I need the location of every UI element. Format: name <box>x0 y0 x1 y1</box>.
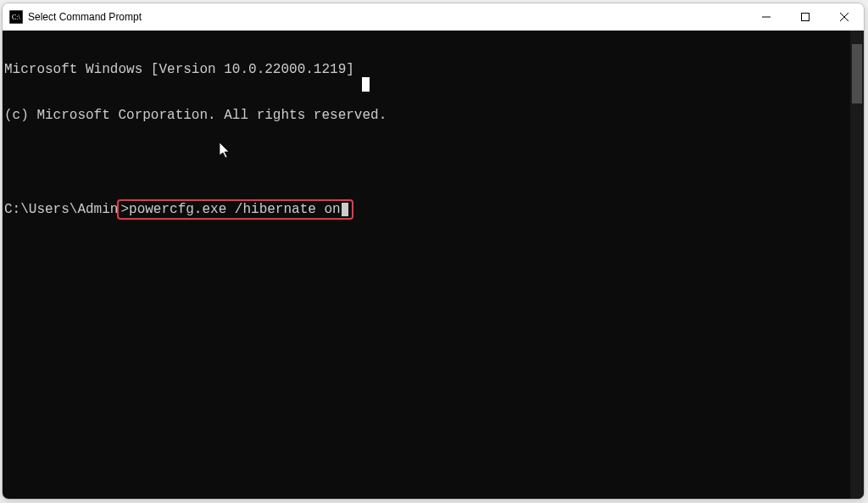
cmd-icon: C:\ <box>9 10 23 24</box>
maximize-icon <box>801 13 810 21</box>
terminal-line-2: (c) Microsoft Corporation. All rights re… <box>4 108 862 123</box>
command-prompt-window: C:\ Select Command Prompt <box>2 3 865 500</box>
terminal-prompt-line: C:\Users\Admin>powercfg.exe /hibernate o… <box>4 199 862 220</box>
window-title: Select Command Prompt <box>28 11 747 23</box>
scrollbar-track[interactable] <box>850 31 864 499</box>
typed-command: powercfg.exe /hibernate on <box>129 202 341 217</box>
titlebar[interactable]: C:\ Select Command Prompt <box>3 3 864 31</box>
scrollbar-thumb[interactable] <box>852 44 862 103</box>
svg-rect-4 <box>802 14 810 21</box>
window-controls <box>747 3 864 31</box>
svg-text:C:\: C:\ <box>12 14 21 21</box>
terminal-blank-line <box>4 154 862 169</box>
close-button[interactable] <box>825 3 864 31</box>
prompt-char: > <box>120 202 129 217</box>
selection-cursor <box>362 77 370 92</box>
minimize-button[interactable] <box>747 3 786 31</box>
prompt-path: C:\Users\Admin <box>4 202 118 217</box>
close-icon <box>840 13 849 21</box>
command-highlight: >powercfg.exe /hibernate on <box>117 199 353 220</box>
terminal-area[interactable]: Microsoft Windows [Version 10.0.22000.12… <box>3 31 864 499</box>
maximize-button[interactable] <box>786 3 825 31</box>
minimize-icon <box>762 13 771 21</box>
terminal-content: Microsoft Windows [Version 10.0.22000.12… <box>3 31 864 251</box>
text-cursor <box>342 203 348 216</box>
terminal-line-1: Microsoft Windows [Version 10.0.22000.12… <box>4 62 862 77</box>
